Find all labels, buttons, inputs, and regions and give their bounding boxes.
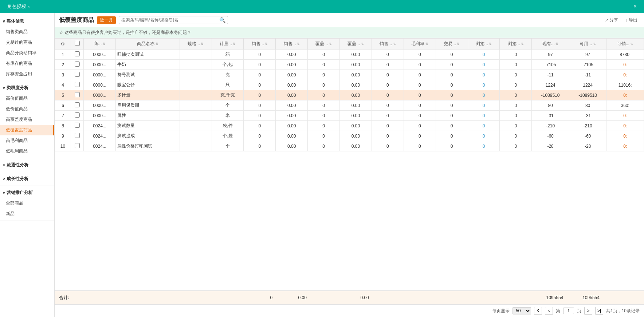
search-input[interactable] [121, 17, 219, 23]
sidebar-item[interactable]: 销售类商品 [0, 27, 54, 37]
table-cell[interactable] [71, 121, 83, 131]
table-column-header[interactable]: 销售... ⇅ [372, 39, 404, 49]
sidebar-section-header[interactable]: v营销推广分析 [0, 187, 54, 198]
sidebar-item[interactable]: 高覆盖度商品 [0, 114, 54, 125]
table-column-header[interactable]: 覆盖... ⇅ [340, 39, 372, 49]
table-column-header[interactable]: 浏览... ⇅ [500, 39, 532, 49]
table-column-header[interactable]: 交易... ⇅ [436, 39, 468, 49]
sidebar-item[interactable]: 商品分类动销率 [0, 48, 54, 58]
sidebar-item[interactable]: 全部商品 [0, 198, 54, 209]
table-column-header[interactable]: 毛利率 ⇅ [404, 39, 436, 49]
browse-link[interactable]: 0 [483, 83, 485, 88]
table-cell[interactable]: 0 [468, 70, 500, 80]
browse-link[interactable]: 0 [483, 62, 485, 67]
sidebar-section-header[interactable]: v类群度分析 [0, 83, 54, 93]
table-cell: 0000... [84, 90, 116, 100]
row-checkbox[interactable] [75, 51, 80, 56]
table-column-header[interactable]: 销售... ⇅ [276, 39, 308, 49]
table-cell: 0 [372, 60, 404, 70]
sidebar-item[interactable]: 有库存的商品 [0, 58, 54, 69]
next-page-button[interactable]: > [584, 307, 592, 315]
sidebar-item[interactable]: 库存资金占用 [0, 69, 54, 79]
row-checkbox[interactable] [75, 143, 80, 148]
row-checkbox[interactable] [75, 112, 80, 118]
table-column-header[interactable]: 可销... ⇅ [606, 39, 644, 49]
row-checkbox[interactable] [75, 92, 80, 97]
table-cell[interactable]: 0 [468, 90, 500, 100]
table-column-header[interactable]: 规格... ⇅ [180, 39, 212, 49]
table-cell[interactable] [71, 90, 83, 100]
table-cell: 7 [55, 111, 71, 121]
sidebar-item[interactable]: 高毛利商品 [0, 135, 54, 146]
table-cell[interactable]: 0 [468, 49, 500, 60]
table-cell[interactable] [71, 60, 83, 70]
table-column-header[interactable]: 商... ⇅ [84, 39, 116, 49]
browse-link[interactable]: 0 [483, 93, 485, 98]
browse-link[interactable]: 0 [483, 113, 485, 118]
browse-link[interactable]: 0 [483, 144, 485, 149]
prev-page-button[interactable]: < [545, 307, 553, 315]
table-wrapper[interactable]: ⚙商... ⇅商品名称 ⇅规格... ⇅计量... ⇅销售... ⇅销售... … [55, 38, 644, 290]
table-cell[interactable] [71, 100, 83, 111]
page-size-select[interactable]: 50 20 100 [513, 307, 531, 314]
info-banner: ☆ 这些商品只有很少客户购买过，是推广不够，还是商品本身问题？ [55, 27, 644, 38]
footer-sales1: 0 [256, 293, 287, 302]
first-page-button[interactable]: K [534, 307, 542, 315]
table-column-header[interactable]: 浏览... ⇅ [468, 39, 500, 49]
sidebar-item[interactable]: 低价值商品 [0, 104, 54, 114]
table-cell[interactable]: 0 [468, 60, 500, 70]
table-cell[interactable]: 0 [468, 141, 500, 151]
row-checkbox[interactable] [75, 133, 80, 138]
export-button[interactable]: ↓ 导出 [623, 16, 640, 24]
sidebar-item[interactable]: 低覆盖度商品 [0, 125, 54, 135]
nav-item[interactable]: 角色授权× [3, 0, 44, 13]
table-cell[interactable] [71, 70, 83, 80]
sidebar-section-header[interactable]: >成长性分析 [0, 174, 54, 184]
sidebar-item[interactable]: 交易过的商品 [0, 37, 54, 48]
table-column-header[interactable]: 覆盖... ⇅ [308, 39, 340, 49]
sidebar-section-header[interactable]: >流通性分析 [0, 160, 54, 170]
row-checkbox[interactable] [75, 72, 80, 77]
table-cell[interactable]: 0 [468, 131, 500, 141]
date-filter-button[interactable]: 近一月 [97, 16, 116, 24]
table-cell[interactable]: 0 [468, 100, 500, 111]
table-cell[interactable]: 0 [468, 121, 500, 131]
last-page-button[interactable]: >| [595, 307, 603, 315]
main-layout: v整体信息销售类商品交易过的商品商品分类动销率有库存的商品库存资金占用v类群度分… [0, 13, 644, 317]
search-icon[interactable]: 🔍 [219, 17, 225, 23]
table-column-header[interactable]: 计量... ⇅ [212, 39, 244, 49]
nav-close-icon[interactable]: × [28, 4, 30, 9]
sidebar-item[interactable]: 高价值商品 [0, 93, 54, 104]
browse-link[interactable]: 0 [483, 103, 485, 108]
settings-column-header[interactable]: ⚙ [55, 39, 71, 49]
browse-link[interactable]: 0 [483, 52, 485, 57]
sidebar-section-header[interactable]: v整体信息 [0, 16, 54, 27]
browse-link[interactable]: 0 [483, 134, 485, 139]
table-cell[interactable]: 0 [468, 80, 500, 90]
table-cell[interactable] [71, 49, 83, 60]
row-checkbox[interactable] [75, 82, 80, 87]
sidebar-item[interactable]: 低毛利商品 [0, 146, 54, 156]
row-checkbox[interactable] [75, 123, 80, 128]
table-cell: 0 [500, 141, 532, 151]
table-cell[interactable] [71, 141, 83, 151]
table-column-header[interactable]: 现有... ⇅ [532, 39, 569, 49]
gear-icon[interactable]: ⚙ [61, 41, 65, 47]
table-column-header[interactable]: 销售... ⇅ [244, 39, 276, 49]
browse-link[interactable]: 0 [483, 72, 485, 78]
page-number-input[interactable] [563, 308, 574, 314]
table-cell [180, 70, 212, 80]
sidebar-item[interactable]: 新品 [0, 209, 54, 219]
table-cell[interactable] [71, 131, 83, 141]
row-checkbox[interactable] [75, 62, 80, 67]
window-close-button[interactable]: × [629, 3, 641, 10]
table-cell[interactable] [71, 111, 83, 121]
browse-link[interactable]: 0 [483, 123, 485, 128]
share-button[interactable]: ↗ 分享 [602, 16, 620, 24]
table-column-header[interactable]: 可用... ⇅ [569, 39, 606, 49]
select-all-checkbox[interactable] [75, 41, 80, 46]
table-cell[interactable] [71, 80, 83, 90]
table-cell[interactable]: 0 [468, 111, 500, 121]
row-checkbox[interactable] [75, 102, 80, 107]
table-column-header[interactable]: 商品名称 ⇅ [115, 39, 180, 49]
